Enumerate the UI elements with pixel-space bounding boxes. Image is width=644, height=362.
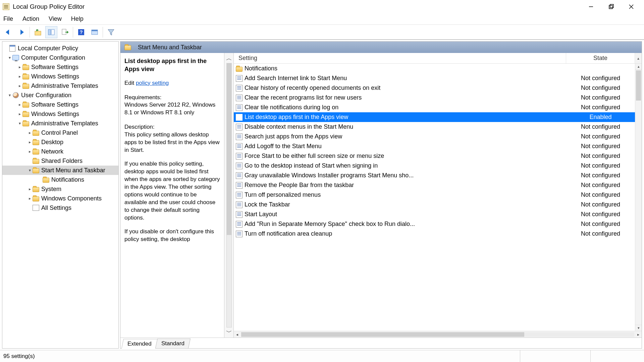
tree-all-settings[interactable]: All Settings (2, 203, 118, 213)
setting-state: Not configured (566, 162, 635, 169)
setting-row[interactable]: Gray unavailable Windows Installer progr… (234, 171, 635, 180)
setting-row[interactable]: Clear history of recently opened documen… (234, 83, 635, 93)
setting-name: Clear tile notifications during log on (245, 104, 338, 111)
tree-system[interactable]: ▸ System (2, 184, 118, 194)
selected-policy-title: List desktop apps first in the Apps view (124, 57, 220, 73)
policy-icon (236, 104, 243, 111)
setting-row[interactable]: Add Search Internet link to Start MenuNo… (234, 73, 635, 83)
svg-rect-5 (35, 31, 41, 35)
tree-user-windows[interactable]: ▸ Windows Settings (2, 109, 118, 119)
setting-row[interactable]: Notifications (234, 64, 635, 73)
tree-user-config[interactable]: ▾ User Configuration (2, 90, 118, 100)
setting-name: Add "Run in Separate Memory Space" check… (245, 221, 415, 228)
statusbar: 95 setting(s) (0, 350, 644, 362)
tree-comp-software[interactable]: ▸ Software Settings (2, 62, 118, 72)
setting-row[interactable]: Clear the recent programs list for new u… (234, 93, 635, 103)
tree-shared-folders[interactable]: Shared Folders (2, 156, 118, 166)
tree-network[interactable]: ▸ Network (2, 147, 118, 156)
menubar: File Action View Help (0, 13, 644, 25)
edit-policy-link[interactable]: policy setting (136, 80, 169, 86)
tree-desktop[interactable]: ▸ Desktop (2, 137, 118, 147)
scroll-down-icon[interactable]: ▾ (635, 325, 642, 331)
menu-help[interactable]: Help (71, 15, 84, 22)
menu-file[interactable]: File (3, 15, 13, 22)
setting-row[interactable]: Lock the TaskbarNot configured (234, 200, 635, 209)
tree-notifications[interactable]: Notifications (2, 175, 118, 184)
setting-row[interactable]: Turn off personalized menusNot configure… (234, 190, 635, 200)
setting-state: Not configured (566, 94, 635, 101)
up-one-level-button[interactable] (32, 26, 44, 38)
tree-user-software[interactable]: ▸ Software Settings (2, 100, 118, 109)
svg-rect-6 (48, 29, 51, 35)
list-scroll-up-icon[interactable]: ▴ (635, 53, 642, 63)
setting-row[interactable]: Search just apps from the Apps viewNot c… (234, 132, 635, 141)
minimize-button[interactable] (581, 1, 601, 13)
folder-icon (236, 67, 243, 72)
policy-icon (236, 114, 243, 121)
setting-state: Not configured (566, 104, 635, 111)
scroll-up-icon[interactable]: ▴ (635, 64, 642, 70)
column-state[interactable]: State (566, 53, 635, 63)
setting-row[interactable]: Turn off notification area cleanupNot co… (234, 229, 635, 239)
maximize-button[interactable] (601, 1, 621, 13)
policy-icon (236, 172, 243, 179)
show-hide-tree-button[interactable] (45, 26, 57, 38)
menu-action[interactable]: Action (22, 15, 39, 22)
scroll-up-icon[interactable]: ︿ (226, 54, 232, 62)
tree-control-panel[interactable]: ▸ Control Panel (2, 128, 118, 137)
filter-button[interactable] (105, 26, 117, 38)
scroll-down-icon[interactable]: ﹀ (226, 328, 232, 336)
scroll-thumb[interactable] (241, 332, 524, 337)
scroll-right-icon[interactable]: ▸ (635, 332, 642, 337)
svg-rect-7 (51, 29, 54, 35)
policy-icon (236, 85, 243, 92)
setting-row[interactable]: Remove the People Bar from the taskbarNo… (234, 180, 635, 190)
scroll-thumb[interactable] (636, 70, 641, 101)
setting-row[interactable]: Start LayoutNot configured (234, 209, 635, 219)
tab-standard[interactable]: Standard (155, 339, 191, 348)
setting-name: Force Start to be either full screen siz… (245, 153, 384, 160)
policy-icon (236, 182, 243, 189)
tab-extended[interactable]: Extended (121, 339, 158, 349)
setting-row[interactable]: Disable context menus in the Start MenuN… (234, 122, 635, 132)
setting-row[interactable]: Clear tile notifications during log onNo… (234, 103, 635, 112)
tree-windows-components[interactable]: ▸ Windows Components (2, 194, 118, 203)
scroll-thumb[interactable] (227, 63, 231, 235)
tree-comp-windows[interactable]: ▸ Windows Settings (2, 72, 118, 81)
svg-text:?: ? (79, 29, 83, 35)
column-headers: Setting State ▴ (234, 53, 642, 64)
menu-view[interactable]: View (49, 15, 62, 22)
svg-rect-12 (92, 30, 98, 31)
setting-row[interactable]: Force Start to be either full screen siz… (234, 151, 635, 161)
setting-state: Not configured (566, 84, 635, 92)
setting-name: Add Logoff to the Start Menu (245, 143, 322, 150)
tree-start-menu-taskbar[interactable]: ▾ Start Menu and Taskbar (2, 166, 118, 175)
policy-icon (236, 124, 243, 130)
setting-row[interactable]: Add Logoff to the Start MenuNot configur… (234, 141, 635, 151)
tree-label: Local Computer Policy (18, 45, 81, 52)
tree-user-admin[interactable]: ▾ Administrative Templates (2, 119, 118, 128)
scroll-left-icon[interactable]: ◂ (234, 332, 240, 337)
setting-row[interactable]: Go to the desktop instead of Start when … (234, 161, 635, 171)
list-vertical-scrollbar[interactable]: ▴ ▾ (635, 64, 642, 331)
policy-icon (236, 192, 243, 198)
description-scrollbar[interactable]: ︿ ﹀ (224, 53, 234, 338)
policy-icon (236, 221, 243, 228)
setting-state: Not configured (566, 230, 635, 237)
setting-state: Enabled (566, 114, 635, 121)
setting-row[interactable]: List desktop apps first in the Apps view… (234, 112, 635, 122)
properties-button[interactable] (89, 26, 101, 38)
close-button[interactable] (621, 1, 641, 13)
list-horizontal-scrollbar[interactable]: ◂ ▸ (234, 331, 642, 338)
column-setting[interactable]: Setting (234, 53, 566, 63)
back-button[interactable] (2, 26, 14, 38)
forward-button[interactable] (15, 26, 28, 38)
tree-root[interactable]: Local Computer Policy (2, 44, 118, 53)
tree-comp-admin[interactable]: ▸ Administrative Templates (2, 81, 118, 90)
help-button[interactable]: ? (75, 26, 87, 38)
tree-computer-config[interactable]: ▾ Computer Configuration (2, 53, 118, 62)
setting-row[interactable]: Add "Run in Separate Memory Space" check… (234, 219, 635, 229)
setting-name: Clear the recent programs list for new u… (245, 94, 362, 101)
navigation-tree[interactable]: Local Computer Policy ▾ Computer Configu… (2, 41, 119, 349)
export-list-button[interactable] (59, 26, 71, 38)
